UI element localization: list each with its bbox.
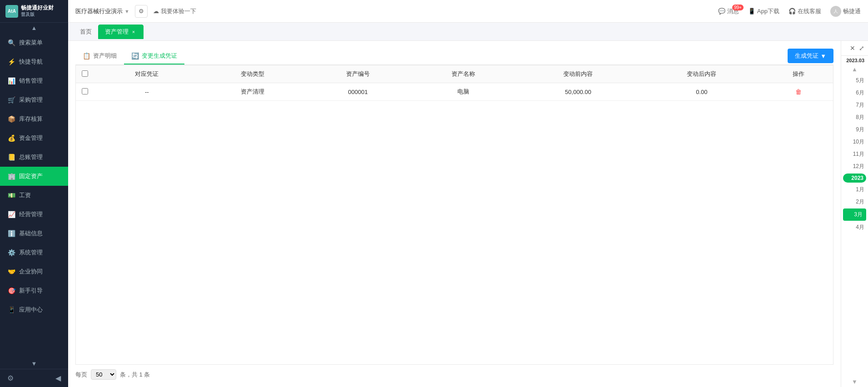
generate-voucher-button[interactable]: 生成凭证 ▼: [788, 49, 833, 63]
expand-panel-button[interactable]: ⤢: [858, 44, 865, 53]
sidebar-item-salary[interactable]: 💵 工资: [0, 186, 68, 205]
month-item-3[interactable]: 3月: [843, 208, 866, 221]
sidebar-menu: 🔍 搜索菜单 ⚡ 快捷导航 📊 销售管理 🛒 采购管理 📦 库存核算 💰 资金管…: [0, 33, 68, 358]
sidebar-item-system[interactable]: ⚙️ 系统管理: [0, 243, 68, 262]
before-change-column-header: 变动前内容: [516, 65, 640, 83]
sidebar-item-label: 基础信息: [19, 229, 43, 238]
change-voucher-icon: 🔄: [131, 52, 139, 60]
month-scroll-down[interactable]: ▼: [841, 377, 868, 387]
month-item-12[interactable]: 12月: [841, 160, 868, 173]
message-button[interactable]: 💬 消息 99+: [718, 7, 739, 15]
fixed-assets-icon: 🏢: [7, 172, 15, 180]
select-all-checkbox[interactable]: [82, 70, 88, 77]
month-item-9[interactable]: 9月: [841, 124, 868, 136]
system-icon: ⚙️: [7, 248, 15, 257]
apps-icon: 📱: [7, 306, 15, 314]
per-page-select[interactable]: 10 20 50 100: [91, 369, 116, 380]
headset-icon: 🎧: [789, 8, 796, 15]
sidebar-item-ledger[interactable]: 📒 总账管理: [0, 148, 68, 167]
sidebar-item-label: 应用中心: [19, 306, 43, 314]
page-content: 📋 资产明细 🔄 变更生成凭证 生成凭证 ▼: [68, 41, 868, 387]
sidebar-item-purchase[interactable]: 🛒 采购管理: [0, 90, 68, 109]
month-item-6[interactable]: 6月: [841, 87, 868, 99]
sidebar-item-label: 企业协同: [19, 268, 43, 276]
row-change-type: 资产清理: [199, 83, 305, 101]
select-all-column: [76, 65, 94, 83]
sidebar-item-label: 系统管理: [19, 248, 43, 257]
delete-row-button[interactable]: 🗑: [795, 88, 802, 95]
asset-code-column-header: 资产编号: [305, 65, 411, 83]
sales-icon: 📊: [7, 77, 15, 85]
main-area: 医疗器械行业演示 ▼ ⚙ ☁ 我要体验一下 💬 消息 99+ 📱 App下载 🎧…: [68, 0, 868, 387]
sidebar-item-operations[interactable]: 📈 经营管理: [0, 205, 68, 224]
sidebar-item-fund[interactable]: 💰 资金管理: [0, 129, 68, 148]
enterprise-icon: 🤝: [7, 268, 15, 276]
sidebar-logo: AtA 畅捷通好业财 普及版: [0, 0, 68, 23]
change-type-column-header: 变动类型: [199, 65, 305, 83]
sub-tab-asset-detail[interactable]: 📋 资产明细: [75, 48, 124, 64]
sidebar-item-inventory[interactable]: 📦 库存核算: [0, 109, 68, 129]
operations-icon: 📈: [7, 210, 15, 218]
pagination: 每页 10 20 50 100 条，共 1 条: [75, 365, 833, 380]
sidebar-item-guide[interactable]: 🎯 新手引导: [0, 281, 68, 300]
month-item-5[interactable]: 5月: [841, 74, 868, 87]
company-selector[interactable]: 医疗器械行业演示 ▼: [75, 7, 129, 15]
online-service-button[interactable]: 🎧 在线客服: [789, 7, 821, 15]
tab-asset-management[interactable]: 资产管理 ×: [98, 25, 144, 39]
sidebar-item-enterprise[interactable]: 🤝 企业协同: [0, 262, 68, 281]
sidebar-scroll-down[interactable]: ▼: [0, 358, 68, 369]
close-panel-button[interactable]: ✕: [849, 44, 856, 53]
row-asset-code: 000001: [305, 83, 411, 101]
tabbar: 首页 资产管理 ×: [68, 23, 868, 41]
row-checkbox[interactable]: [82, 88, 88, 94]
sidebar-item-fixed-assets[interactable]: 🏢 固定资产: [0, 167, 68, 186]
sidebar-item-label: 工资: [19, 191, 31, 199]
sidebar-scroll-up[interactable]: ▲: [0, 23, 68, 33]
inventory-icon: 📦: [7, 115, 15, 123]
tab-close-button[interactable]: ×: [130, 29, 137, 35]
tab-home[interactable]: 首页: [75, 25, 96, 39]
app-download-button[interactable]: 📱 App下载: [748, 7, 779, 15]
sidebar-item-label: 采购管理: [19, 96, 43, 104]
sidebar-item-basic-info[interactable]: ℹ️ 基础信息: [0, 224, 68, 243]
sub-tab-change-voucher[interactable]: 🔄 变更生成凭证: [124, 48, 184, 64]
sidebar-item-search[interactable]: 🔍 搜索菜单: [0, 33, 68, 52]
month-item-4[interactable]: 4月: [841, 221, 868, 233]
sidebar-item-label: 库存核算: [19, 115, 43, 123]
avatar: 人: [830, 6, 841, 17]
voucher-column-header: 对应凭证: [94, 65, 199, 83]
month-item-11[interactable]: 11月: [841, 148, 868, 160]
basic-info-icon: ℹ️: [7, 229, 15, 238]
data-table: 对应凭证 变动类型 资产编号 资产名称: [75, 65, 833, 365]
search-icon: 🔍: [7, 39, 15, 47]
app-name: 畅捷通好业财: [21, 5, 54, 11]
sidebar-item-apps[interactable]: 📱 应用中心: [0, 300, 68, 319]
sidebar-item-sales[interactable]: 📊 销售管理: [0, 71, 68, 90]
month-item-7[interactable]: 7月: [841, 99, 868, 111]
collapse-icon[interactable]: ◀: [55, 374, 61, 382]
company-dropdown-arrow: ▼: [124, 9, 129, 14]
sidebar-item-label: 搜索菜单: [19, 39, 43, 47]
month-scroll-up[interactable]: ▲: [841, 64, 868, 74]
try-experience-button[interactable]: ☁ 我要体验一下: [153, 7, 196, 15]
settings-gear-icon[interactable]: ⚙: [7, 374, 14, 382]
row-checkbox-cell: [76, 83, 94, 101]
tab-label: 资产管理: [105, 28, 129, 36]
year-2023[interactable]: 2023: [843, 174, 866, 183]
sub-tabs: 📋 资产明细 🔄 变更生成凭证 生成凭证 ▼: [75, 48, 833, 65]
topbar: 医疗器械行业演示 ▼ ⚙ ☁ 我要体验一下 💬 消息 99+ 📱 App下载 🎧…: [68, 0, 868, 23]
user-menu[interactable]: 人 畅捷通: [830, 6, 861, 17]
settings-button[interactable]: ⚙: [135, 5, 148, 18]
fund-icon: 💰: [7, 134, 15, 142]
total-count: 条，共 1 条: [120, 371, 150, 379]
month-item-8[interactable]: 8月: [841, 111, 868, 124]
row-after-change: 0.00: [640, 83, 764, 101]
month-item-10[interactable]: 10月: [841, 136, 868, 148]
month-item-2[interactable]: 2月: [841, 196, 868, 208]
mobile-icon: 📱: [748, 8, 755, 15]
table-row: -- 资产清理 000001 电脑: [76, 83, 833, 101]
sidebar-item-quick-nav[interactable]: ⚡ 快捷导航: [0, 52, 68, 71]
asset-detail-icon: 📋: [83, 52, 90, 60]
month-item-1[interactable]: 1月: [841, 184, 868, 196]
right-date-panel: ✕ ⤢ 2023.03 ▲ 5月 6月 7月 8月 9月 10月 11月 12月…: [841, 41, 868, 387]
